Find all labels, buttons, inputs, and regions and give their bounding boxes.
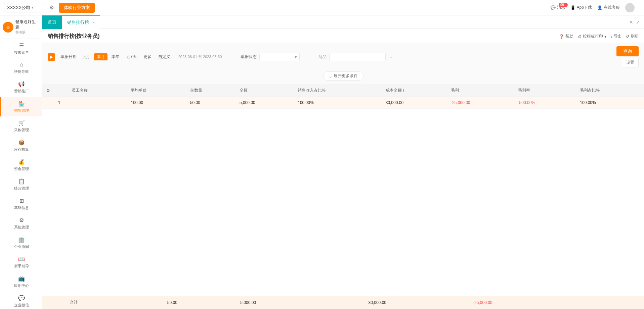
col-settings[interactable]: ⚙ <box>42 84 54 97</box>
tab-home[interactable]: 首页 <box>42 15 62 29</box>
sidebar-item-sales[interactable]: 🏪 销售管理 <box>0 97 42 116</box>
trial-button[interactable]: 体验行业方案 <box>59 3 95 13</box>
help-button[interactable]: ❓ 帮助 <box>559 34 573 39</box>
cell-main-qty: 50.00 <box>186 97 235 109</box>
footer-cell-amount: 5,000.00 <box>236 296 332 309</box>
sidebar-label-wechat: 企业微信 <box>14 303 29 308</box>
footer-cell-profit: -25,000.00 <box>469 296 579 309</box>
date-tab-prev-month[interactable]: 上月 <box>79 53 93 60</box>
filter-settings-button[interactable]: 设置 <box>622 58 639 67</box>
tab-sales-rank[interactable]: 销售排行榜 × <box>62 15 100 29</box>
cell-sales-pct: 100.00% <box>294 97 381 109</box>
sidebar-item-enterprise[interactable]: 🏢 企业协同 <box>0 233 42 253</box>
apps-icon: 📺 <box>18 275 25 282</box>
date-tab-current-year[interactable]: 本年 <box>109 53 122 60</box>
logo-text-area: 畅康通好生意 标准版 <box>15 19 39 35</box>
sidebar-label-search: 搜索菜单 <box>14 50 29 55</box>
print-chevron-icon: ▾ <box>604 34 606 39</box>
sidebar-item-basic[interactable]: ⊞ 基础信息 <box>0 194 42 214</box>
sidebar-label-purchase: 采购管理 <box>14 127 29 133</box>
tab-home-label: 首页 <box>48 19 56 25</box>
sidebar-item-purchase[interactable]: 🛒 采购管理 <box>0 116 42 136</box>
operation-icon: 📋 <box>18 178 25 185</box>
status-select[interactable] <box>259 53 300 61</box>
date-tab-7days[interactable]: 近7天 <box>124 53 139 60</box>
table-row: 1 100.00 50.00 5,000.00 100.00% 30,000.0… <box>42 97 644 109</box>
sidebar-item-system[interactable]: ⚙ 系统管理 <box>0 214 42 233</box>
sidebar-label-marketing: 营销推广 <box>14 89 29 94</box>
data-table: ⚙ 员工名称 平均单价 主数量 全额 销售收入占比% 成本全额 ℹ 毛利 <box>42 84 644 109</box>
search-menu-icon: ☰ <box>19 42 24 49</box>
filter-expand-arrow[interactable]: ▶ <box>48 53 55 61</box>
table-header: ⚙ 员工名称 平均单价 主数量 全额 销售收入占比% 成本全额 ℹ 毛利 <box>42 84 644 97</box>
purchase-icon: 🛒 <box>18 120 25 126</box>
sidebar-item-guide[interactable]: 📖 新手引导 <box>0 253 42 272</box>
page-inner: 销售排行榜(按业务员) ❓ 帮助 🖨 按模板打印 ▾ <box>42 29 644 309</box>
app-download-button[interactable]: 📱 App下载 <box>570 5 592 10</box>
sidebar-label-guide: 新手引导 <box>14 264 29 269</box>
company-selector[interactable]: XXXXX公司 ▾ <box>4 3 44 12</box>
query-btn-area: 查询 设置 <box>616 46 639 67</box>
template-print-button[interactable]: 🖨 按模板打印 ▾ <box>577 34 606 39</box>
avatar[interactable] <box>625 3 635 12</box>
status-label: 单据状态 <box>241 54 257 60</box>
cell-profit-pct: 100.00% <box>576 97 644 109</box>
cell-rank: 1 <box>54 97 68 109</box>
sidebar-item-marketing[interactable]: 📢 营销推广 <box>0 78 42 97</box>
message-icon: 💬 <box>551 5 556 10</box>
online-service-button[interactable]: 👤 在线客服 <box>597 5 620 10</box>
col-amount: 全额 <box>235 84 294 97</box>
expand-down-icon: ⌄ <box>329 74 332 79</box>
cell-settings <box>42 97 54 109</box>
table-area: ⚙ 员工名称 平均单价 主数量 全额 销售收入占比% 成本全额 ℹ 毛利 <box>42 84 644 296</box>
enterprise-icon: 🏢 <box>18 237 25 243</box>
goods-more-icon[interactable]: ··· <box>388 54 392 59</box>
expand-more-area: ⌄ 展开更多条件 <box>48 69 639 81</box>
date-tab-more[interactable]: 更多 <box>141 53 154 60</box>
tab-close-window-icon[interactable]: ✕ <box>629 19 633 25</box>
export-icon: ↓ <box>610 34 612 39</box>
guide-icon: 📖 <box>18 256 25 262</box>
expand-more-button[interactable]: ⌄ 展开更多条件 <box>323 71 363 81</box>
sidebar-item-inventory[interactable]: 📦 库存核算 <box>0 136 42 155</box>
refresh-icon: ↺ <box>626 34 629 39</box>
help-icon: ❓ <box>559 34 564 39</box>
sidebar-label-finance: 资金管理 <box>14 166 29 171</box>
footer-cell-profit-rate <box>579 296 612 309</box>
sidebar-item-search[interactable]: ☰ 搜索菜单 <box>0 39 42 58</box>
sidebar-item-finance[interactable]: 💰 资金管理 <box>0 155 42 175</box>
top-right-area: 💬 消息 99+ 📱 App下载 👤 在线客服 <box>551 3 640 12</box>
export-button[interactable]: ↓ 导出 <box>610 34 622 39</box>
inventory-icon: 📦 <box>18 139 25 146</box>
wechat-icon: 💬 <box>18 295 25 301</box>
date-tab-current-month[interactable]: 本月 <box>94 53 108 60</box>
filter-row: ▶ 单据日期 上月 本月 本年 近7天 更多 自定义 <box>48 46 639 67</box>
sidebar-item-shortcut[interactable]: ⌂ 快捷导航 <box>0 58 42 78</box>
logo-sub: 标准版 <box>15 30 39 35</box>
footer-cell-label: 合计 <box>66 296 131 309</box>
col-profit-rate: 毛利率 <box>514 84 576 97</box>
query-button[interactable]: 查询 <box>616 46 639 56</box>
date-tab-custom[interactable]: 自定义 <box>156 53 173 60</box>
tab-close-icon[interactable]: × <box>92 20 94 24</box>
sidebar-item-apps[interactable]: 📺 应用中心 <box>0 272 42 292</box>
goods-input[interactable] <box>329 53 386 61</box>
cell-profit-rate: -500.00% <box>514 97 576 109</box>
cell-profit: -25,000.00 <box>447 97 514 109</box>
filter-area: ▶ 单据日期 上月 本月 本年 近7天 更多 自定义 <box>42 43 644 84</box>
sales-icon: 🏪 <box>18 100 25 107</box>
logo-icon: ☺ <box>3 22 13 33</box>
sidebar-item-operation[interactable]: 📋 经营管理 <box>0 175 42 194</box>
sidebar-label-enterprise: 企业协同 <box>14 244 29 249</box>
sidebar: ☺ 畅康通好生意 标准版 ☰ 搜索菜单 ⌂ 快捷导航 📢 营销推广 🏪 销售管 <box>0 15 42 309</box>
sidebar-label-apps: 应用中心 <box>14 283 29 288</box>
footer-cell-main-qty: 50.00 <box>163 296 236 309</box>
sidebar-item-wechat[interactable]: 💬 企业微信 <box>0 292 42 309</box>
tab-restore-icon[interactable]: ⤢ <box>636 19 640 25</box>
main-area: ☺ 畅康通好生意 标准版 ☰ 搜索菜单 ⌂ 快捷导航 📢 营销推广 🏪 销售管 <box>0 15 644 309</box>
message-button[interactable]: 💬 消息 99+ <box>551 5 565 10</box>
col-name: 员工名称 <box>68 84 127 97</box>
refresh-button[interactable]: ↺ 刷新 <box>626 34 639 39</box>
service-icon: 👤 <box>597 5 602 10</box>
topbar-settings-button[interactable]: ⚙ <box>47 3 56 12</box>
